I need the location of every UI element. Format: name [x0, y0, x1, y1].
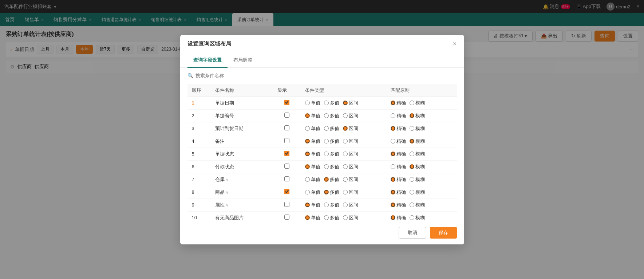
row-order: 8 [192, 189, 194, 195]
match-option-精确[interactable]: 精确 [391, 215, 406, 221]
table-row: 7仓库 ∨单值多值区间精确模糊 [187, 173, 457, 186]
match-option-模糊[interactable]: 模糊 [410, 215, 425, 221]
table-row: 4备注单值多值区间精确模糊 [187, 135, 457, 148]
col-header-name: 条件名称 [211, 84, 273, 97]
row-name: 单据编号 [215, 113, 234, 118]
col-header-display: 显示 [273, 84, 300, 97]
type-option-多值[interactable]: 多值 [324, 138, 339, 145]
match-option-模糊[interactable]: 模糊 [410, 189, 425, 196]
type-option-多值[interactable]: 多值 [324, 189, 339, 196]
display-checkbox[interactable] [284, 203, 289, 208]
match-option-精确[interactable]: 精确 [391, 176, 406, 183]
type-option-区间[interactable]: 区间 [343, 138, 358, 145]
type-option-多值[interactable]: 多值 [324, 202, 339, 208]
row-order: 5 [192, 151, 194, 157]
display-checkbox[interactable] [284, 126, 289, 131]
type-radio-group: 单值多值区间 [305, 176, 382, 183]
type-option-多值[interactable]: 多值 [324, 125, 339, 132]
match-option-精确[interactable]: 精确 [391, 113, 406, 119]
match-radio-group: 精确模糊 [391, 176, 452, 183]
match-radio-group: 精确模糊 [391, 113, 452, 119]
type-option-区间[interactable]: 区间 [343, 164, 358, 170]
row-name: 备注 [215, 138, 225, 144]
row-name: 有无商品图片 [215, 215, 244, 220]
type-option-单值[interactable]: 单值 [305, 189, 320, 196]
type-option-单值[interactable]: 单值 [305, 100, 320, 106]
modal-close-btn[interactable]: × [453, 40, 457, 48]
row-order: 3 [192, 126, 194, 131]
type-option-多值[interactable]: 多值 [324, 215, 339, 221]
type-option-多值[interactable]: 多值 [324, 113, 339, 119]
table-row: 2单据编号单值多值区间精确模糊 [187, 109, 457, 122]
type-option-单值[interactable]: 单值 [305, 151, 320, 157]
match-option-精确[interactable]: 精确 [391, 138, 406, 145]
type-option-单值[interactable]: 单值 [305, 138, 320, 145]
type-option-单值[interactable]: 单值 [305, 164, 320, 170]
match-option-精确[interactable]: 精确 [391, 202, 406, 208]
type-option-多值[interactable]: 多值 [324, 100, 339, 106]
display-checkbox[interactable] [284, 177, 289, 182]
match-option-模糊[interactable]: 模糊 [410, 100, 425, 106]
match-option-精确[interactable]: 精确 [391, 189, 406, 196]
table-row: 10有无商品图片单值多值区间精确模糊 [187, 211, 457, 221]
type-radio-group: 单值多值区间 [305, 100, 382, 106]
match-option-模糊[interactable]: 模糊 [410, 138, 425, 145]
match-option-模糊[interactable]: 模糊 [410, 113, 425, 119]
table-row: 9属性 ∨单值多值区间精确模糊 [187, 199, 457, 211]
display-checkbox[interactable] [284, 152, 289, 157]
row-name: 商品 ∨ [215, 189, 229, 195]
match-option-模糊[interactable]: 模糊 [410, 202, 425, 208]
row-name: 仓库 ∨ [215, 177, 229, 182]
match-radio-group: 精确模糊 [391, 202, 452, 208]
modal-table-header: 顺序 条件名称 显示 条件类型 匹配原则 [187, 84, 457, 97]
display-checkbox[interactable] [284, 101, 289, 106]
row-order: 1 [192, 100, 194, 106]
type-option-单值[interactable]: 单值 [305, 202, 320, 208]
modal-table-body: 1单据日期单值多值区间精确模糊2单据编号单值多值区间精确模糊3预计到货日期单值多… [187, 97, 457, 221]
match-option-模糊[interactable]: 模糊 [410, 125, 425, 132]
match-option-模糊[interactable]: 模糊 [410, 176, 425, 183]
row-name: 单据日期 [215, 100, 234, 106]
display-checkbox[interactable] [284, 164, 289, 170]
search-input[interactable] [195, 73, 261, 78]
cancel-btn[interactable]: 取消 [399, 227, 426, 239]
match-option-精确[interactable]: 精确 [391, 164, 406, 170]
type-option-多值[interactable]: 多值 [324, 176, 339, 183]
match-radio-group: 精确模糊 [391, 215, 452, 221]
display-checkbox[interactable] [284, 215, 289, 221]
type-option-单值[interactable]: 单值 [305, 176, 320, 183]
dropdown-arrow: ∨ [226, 177, 229, 182]
display-checkbox[interactable] [284, 113, 289, 119]
type-option-单值[interactable]: 单值 [305, 125, 320, 132]
row-order: 9 [192, 202, 194, 208]
match-option-模糊[interactable]: 模糊 [410, 164, 425, 170]
type-option-区间[interactable]: 区间 [343, 151, 358, 157]
type-option-多值[interactable]: 多值 [324, 151, 339, 157]
type-option-区间[interactable]: 区间 [343, 113, 358, 119]
type-option-区间[interactable]: 区间 [343, 189, 358, 196]
search-icon: 🔍 [187, 73, 193, 78]
modal-table-body-scroll: 1单据日期单值多值区间精确模糊2单据编号单值多值区间精确模糊3预计到货日期单值多… [180, 97, 464, 221]
type-option-区间[interactable]: 区间 [343, 100, 358, 106]
type-option-单值[interactable]: 单值 [305, 113, 320, 119]
table-row: 6付款状态单值多值区间精确模糊 [187, 160, 457, 173]
match-option-精确[interactable]: 精确 [391, 151, 406, 157]
modal-tab-layout[interactable]: 布局调整 [228, 53, 258, 68]
type-option-区间[interactable]: 区间 [343, 176, 358, 183]
search-box: 🔍 [187, 71, 268, 80]
match-radio-group: 精确模糊 [391, 100, 452, 106]
modal-tab-query-fields[interactable]: 查询字段设置 [187, 53, 228, 68]
type-option-区间[interactable]: 区间 [343, 202, 358, 208]
table-row: 3预计到货日期单值多值区间精确模糊 [187, 122, 457, 135]
type-option-单值[interactable]: 单值 [305, 215, 320, 221]
display-checkbox[interactable] [284, 139, 289, 144]
match-option-模糊[interactable]: 模糊 [410, 151, 425, 157]
type-option-区间[interactable]: 区间 [343, 215, 358, 221]
display-checkbox[interactable] [284, 190, 289, 195]
match-option-精确[interactable]: 精确 [391, 100, 406, 106]
save-btn[interactable]: 保存 [430, 227, 457, 239]
type-option-区间[interactable]: 区间 [343, 125, 358, 132]
type-option-多值[interactable]: 多值 [324, 164, 339, 170]
match-option-精确[interactable]: 精确 [391, 125, 406, 132]
modal-overlay[interactable]: 设置查询区域布局 × 查询字段设置 布局调整 🔍 顺序 [0, 0, 644, 279]
